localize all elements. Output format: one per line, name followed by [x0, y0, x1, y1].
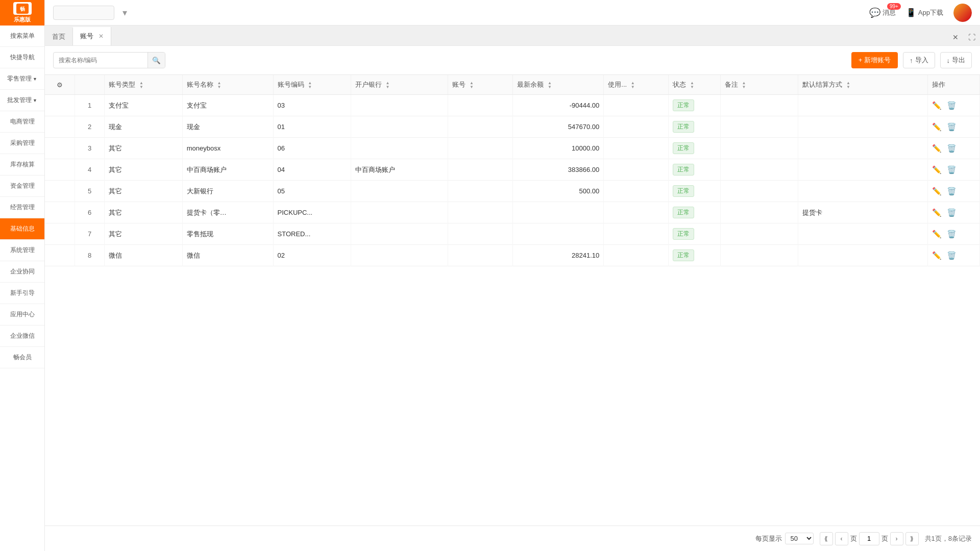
cell-notes — [720, 159, 798, 181]
add-account-label: + 新增账号 — [859, 56, 891, 65]
col-settings[interactable]: ⚙ — [45, 75, 75, 95]
cell-name: 中百商场账户 — [182, 159, 273, 181]
sidebar-item-newcomer-guide[interactable]: 新手引导 — [0, 283, 44, 304]
sidebar-item-enterprise-agreement[interactable]: 企业协同 — [0, 261, 44, 283]
user-avatar[interactable] — [953, 4, 972, 22]
delete-icon[interactable]: 🗑️ — [947, 144, 957, 153]
cell-status: 正常 — [669, 245, 721, 266]
col-account[interactable]: 账号 ▲▼ — [448, 75, 513, 95]
cell-status: 正常 — [669, 138, 721, 159]
app-logo: 畅 乐惠版 — [0, 0, 44, 26]
search-icon: 🔍 — [152, 57, 161, 64]
account-search-input[interactable] — [54, 57, 148, 64]
sidebar-item-inventory[interactable]: 库存核算 — [0, 154, 44, 176]
sidebar-item-retail-mgmt[interactable]: 零售管理 ▼ — [0, 68, 44, 90]
top-header-left: ▾ — [53, 6, 127, 20]
tab-account[interactable]: 账号 ✕ — [73, 27, 111, 45]
maximize-window-button[interactable]: ⛶ — [964, 29, 980, 45]
delete-icon[interactable]: 🗑️ — [947, 165, 957, 174]
cell-default-payment — [798, 138, 928, 159]
top-search-input[interactable] — [53, 6, 114, 20]
page-size-dropdown[interactable]: 50 100 200 — [785, 533, 814, 544]
sidebar-item-finance-mgmt[interactable]: 资金管理 — [0, 176, 44, 197]
edit-icon[interactable]: ✏️ — [932, 122, 942, 132]
sidebar-item-basic-info[interactable]: 基础信息 — [0, 218, 44, 240]
sidebar-item-wholesale-mgmt[interactable]: 批发管理 ▼ — [0, 90, 44, 111]
edit-icon[interactable]: ✏️ — [932, 101, 942, 110]
page-number-input[interactable] — [859, 532, 879, 545]
notification-badge: 99+ — [887, 3, 901, 10]
close-window-button[interactable]: ✕ — [947, 29, 964, 45]
tab-home[interactable]: 首页 — [45, 28, 73, 45]
add-account-button[interactable]: + 新增账号 — [851, 52, 898, 68]
top-header-right: 💬 99+ 消息 📱 App下载 — [869, 4, 972, 22]
prev-page-button[interactable]: ‹ — [835, 532, 848, 545]
edit-icon[interactable]: ✏️ — [932, 144, 942, 153]
edit-icon[interactable]: ✏️ — [932, 187, 942, 196]
import-button[interactable]: ↑ 导入 — [903, 52, 935, 68]
delete-icon[interactable]: 🗑️ — [947, 208, 957, 217]
col-status[interactable]: 状态 ▲▼ — [669, 75, 721, 95]
cell-type: 微信 — [105, 245, 182, 266]
col-name[interactable]: 账号名称 ▲▼ — [182, 75, 273, 95]
status-badge: 正常 — [673, 164, 694, 176]
notification-button[interactable]: 💬 99+ 消息 — [869, 7, 896, 18]
edit-icon[interactable]: ✏️ — [932, 230, 942, 239]
col-usage[interactable]: 使用... ▲▼ — [604, 75, 669, 95]
page-unit: 页 — [881, 534, 888, 543]
col-code[interactable]: 账号编码 ▲▼ — [273, 75, 351, 95]
col-default-payment[interactable]: 默认结算方式 ▲▼ — [798, 75, 928, 95]
delete-icon[interactable]: 🗑️ — [947, 251, 957, 260]
cell-settings — [45, 202, 75, 223]
cell-notes — [720, 95, 798, 116]
sidebar-item-label: 基础信息 — [10, 225, 35, 232]
edit-icon[interactable]: ✏️ — [932, 251, 942, 260]
col-code-label: 账号编码 — [278, 81, 304, 88]
cell-index: 2 — [75, 116, 104, 138]
col-balance[interactable]: 最新余额 ▲▼ — [513, 75, 604, 95]
sidebar-item-quick-nav[interactable]: 快捷导航 — [0, 47, 44, 68]
status-badge: 正常 — [673, 142, 694, 154]
col-bank[interactable]: 开户银行 ▲▼ — [351, 75, 448, 95]
app-download-button[interactable]: 📱 App下载 — [906, 8, 943, 17]
sidebar-item-sys-mgmt[interactable]: 系统管理 — [0, 240, 44, 261]
sidebar-item-purchase-mgmt[interactable]: 采购管理 — [0, 133, 44, 154]
delete-icon[interactable]: 🗑️ — [947, 122, 957, 132]
cell-status: 正常 — [669, 95, 721, 116]
first-page-button[interactable]: ⟪ — [820, 532, 833, 545]
edit-icon[interactable]: ✏️ — [932, 208, 942, 217]
sidebar-item-chang-member[interactable]: 畅会员 — [0, 347, 44, 368]
sidebar-item-label: 搜索菜单 — [10, 32, 35, 39]
edit-icon[interactable]: ✏️ — [932, 165, 942, 174]
export-icon: ↓ — [947, 57, 950, 64]
col-balance-label: 最新余额 — [517, 81, 544, 88]
cell-name: 大新银行 — [182, 181, 273, 202]
cell-notes — [720, 245, 798, 266]
col-type[interactable]: 账号类型 ▲▼ — [105, 75, 182, 95]
dropdown-icon[interactable]: ▾ — [122, 7, 127, 18]
cell-index: 6 — [75, 202, 104, 223]
tab-close-icon[interactable]: ✕ — [99, 33, 104, 40]
sidebar-item-search-menu[interactable]: 搜索菜单 — [0, 26, 44, 47]
delete-icon[interactable]: 🗑️ — [947, 101, 957, 110]
sidebar-item-ecommerce-mgmt[interactable]: 电商管理 — [0, 111, 44, 133]
sidebar-item-enterprise-wechat[interactable]: 企业微信 — [0, 325, 44, 347]
sort-payment-icon: ▲▼ — [846, 81, 850, 89]
delete-icon[interactable]: 🗑️ — [947, 230, 957, 239]
sidebar-item-ops-mgmt[interactable]: 经营管理 — [0, 197, 44, 218]
table-row: 4 其它 中百商场账户 04 中百商场账户 383866.00 正常 ✏️ 🗑️ — [45, 159, 980, 181]
table-row: 8 微信 微信 02 28241.10 正常 ✏️ 🗑️ — [45, 245, 980, 266]
last-page-button[interactable]: ⟫ — [905, 532, 919, 545]
col-type-label: 账号类型 — [109, 81, 135, 88]
search-button[interactable]: 🔍 — [148, 52, 165, 68]
cell-balance — [513, 202, 604, 223]
delete-icon[interactable]: 🗑️ — [947, 187, 957, 196]
sidebar: 畅 乐惠版 搜索菜单 快捷导航 零售管理 ▼ 批发管理 ▼ 电商管理 采购管理 … — [0, 0, 45, 551]
sidebar-item-app-center[interactable]: 应用中心 — [0, 304, 44, 325]
cell-settings — [45, 95, 75, 116]
status-badge: 正常 — [673, 185, 694, 197]
cell-index: 4 — [75, 159, 104, 181]
col-notes[interactable]: 备注 ▲▼ — [720, 75, 798, 95]
export-button[interactable]: ↓ 导出 — [940, 52, 972, 68]
next-page-button[interactable]: › — [890, 532, 903, 545]
